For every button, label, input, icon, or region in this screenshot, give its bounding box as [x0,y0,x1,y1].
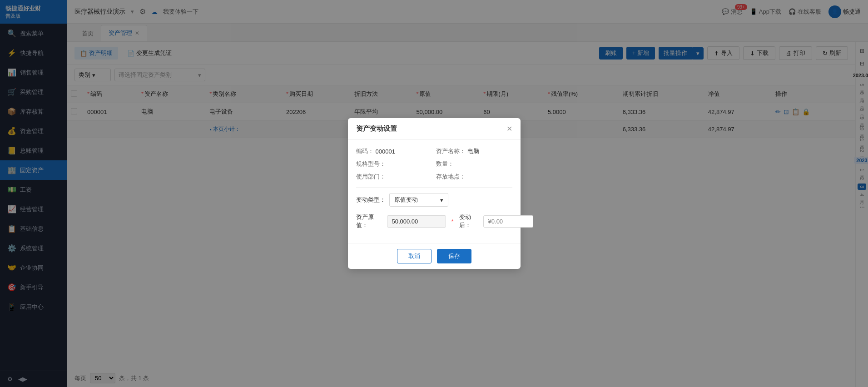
modal-spec-item: 规格型号： [356,160,432,168]
modal-overlay[interactable]: 资产变动设置 ✕ 编码： 000001 资产名称： 电脑 规格型号： 数量： [0,0,868,387]
modal-divider [356,187,512,188]
modal-quantity-item: 数量： [436,160,512,168]
change-type-value: 原值变动 [394,196,418,204]
original-value-display: 50,000.00 [387,215,446,228]
change-type-select[interactable]: 原值变动 ▾ [389,193,448,207]
dropdown-icon: ▾ [440,197,443,203]
modal-value-row: 资产原值： 50,000.00 * 变动后： [356,213,512,229]
after-change-input[interactable] [483,215,533,228]
original-value-label: 资产原值： [356,213,383,229]
save-button[interactable]: 保存 [437,249,471,263]
modal-title: 资产变动设置 [356,124,397,133]
modal-change-type-row: 变动类型： 原值变动 ▾ [356,193,512,207]
modal-name-value: 电脑 [467,147,479,155]
original-value-value: 50,000.00 [392,218,418,225]
after-change-label: 变动后： [459,213,480,229]
modal-name-item: 资产名称： 电脑 [436,147,512,155]
modal-footer: 取消 保存 [348,243,521,269]
cancel-button[interactable]: 取消 [397,249,432,263]
modal-code-item: 编码： 000001 [356,147,432,155]
modal-header: 资产变动设置 ✕ [348,118,521,140]
modal-body: 编码： 000001 资产名称： 电脑 规格型号： 数量： 使用部门： [348,140,521,243]
modal-info-grid: 编码： 000001 资产名称： 电脑 规格型号： 数量： 使用部门： [356,147,512,181]
modal-code-value: 000001 [376,148,395,155]
modal-close-button[interactable]: ✕ [506,124,512,133]
required-mark: * [451,218,454,225]
change-type-label: 变动类型： [356,196,386,204]
modal-location-item: 存放地点： [436,173,512,181]
modal-department-item: 使用部门： [356,173,432,181]
asset-change-modal: 资产变动设置 ✕ 编码： 000001 资产名称： 电脑 规格型号： 数量： [348,118,521,269]
